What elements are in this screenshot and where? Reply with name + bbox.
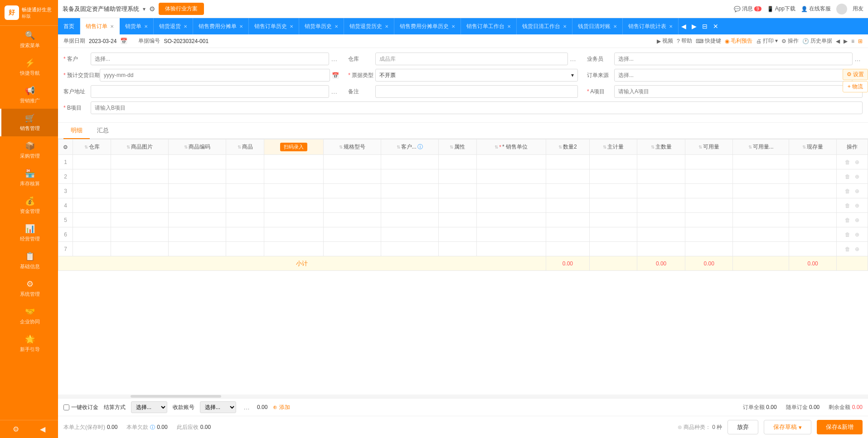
table-cell[interactable] xyxy=(637,184,685,198)
ticket-select[interactable]: 不开票 ▾ xyxy=(375,69,578,82)
table-cell[interactable] xyxy=(438,155,476,169)
sidebar-collapse-icon[interactable]: ◀ xyxy=(40,425,45,433)
calendar-icon[interactable]: 📅 xyxy=(120,38,127,44)
table-cell[interactable] xyxy=(169,184,226,198)
tab-close-sales-refund-history[interactable]: ✕ xyxy=(385,24,388,29)
sidebar-item-purchase[interactable]: 📦 采购管理 xyxy=(0,136,58,164)
table-cell[interactable] xyxy=(226,198,264,213)
table-cell[interactable] xyxy=(169,213,226,227)
table-cell[interactable] xyxy=(438,184,476,198)
th-main-qty[interactable]: ⇅ 主数量 xyxy=(637,140,685,155)
table-cell[interactable] xyxy=(169,227,226,242)
table-cell[interactable] xyxy=(546,155,589,169)
table-cell[interactable] xyxy=(226,155,264,169)
tab-sales-order-history[interactable]: 销售订单历史 ✕ xyxy=(249,18,299,34)
table-cell[interactable] xyxy=(789,227,837,242)
staff-more-icon[interactable]: … xyxy=(853,55,863,63)
table-cell[interactable] xyxy=(169,169,226,184)
table-cell[interactable] xyxy=(637,242,685,256)
table-cell[interactable] xyxy=(264,242,324,256)
profit-btn[interactable]: ◉ 毛利预告 xyxy=(725,37,752,45)
delivery-calendar-icon[interactable]: 📅 xyxy=(332,72,339,79)
th-product-image[interactable]: ⇅ 商品图片 xyxy=(111,140,169,155)
table-cell[interactable] xyxy=(381,184,438,198)
table-cell[interactable] xyxy=(637,155,685,169)
table-cell[interactable] xyxy=(323,184,381,198)
table-cell[interactable] xyxy=(111,169,169,184)
th-product[interactable]: ⇅ 商品 xyxy=(226,140,264,155)
account-more-icon[interactable]: … xyxy=(242,404,252,411)
tab-close-sales-return-history[interactable]: ✕ xyxy=(335,24,338,29)
row-copy-icon[interactable]: ⊕ xyxy=(855,159,859,165)
header-gear-icon[interactable]: ⚙ xyxy=(149,5,155,13)
th-current-stock[interactable]: ⇅ 现存量 xyxy=(789,140,837,155)
th-sales-unit[interactable]: ⇅ ** 销售单位 xyxy=(476,140,546,155)
sidebar-item-search[interactable]: 🔍 搜索菜单 xyxy=(0,26,58,53)
table-cell[interactable] xyxy=(381,227,438,242)
table-cell[interactable] xyxy=(264,198,324,213)
table-cell[interactable] xyxy=(111,184,169,198)
app-download-item[interactable]: 📱 App下载 xyxy=(767,5,795,13)
th-qty2[interactable]: ⇅ 数量2 xyxy=(546,140,589,155)
table-cell[interactable] xyxy=(789,169,837,184)
tab-sales-return-history[interactable]: 销货单历史 ✕ xyxy=(299,18,344,34)
table-cell[interactable] xyxy=(226,184,264,198)
table-cell[interactable] xyxy=(685,155,733,169)
table-cell[interactable] xyxy=(264,213,324,227)
tab-nav-more[interactable]: ⊟ xyxy=(699,18,710,34)
table-cell[interactable] xyxy=(111,213,169,227)
sidebar-item-basic-info[interactable]: 📋 基础信息 xyxy=(0,247,58,274)
tab-detail[interactable]: 明细 xyxy=(63,123,90,139)
table-cell[interactable] xyxy=(323,198,381,213)
tab-sales-order[interactable]: 销售订单 ✕ xyxy=(80,18,120,34)
toolbar-list-view[interactable]: ≡ xyxy=(851,38,854,44)
tab-close-sales-order[interactable]: ✕ xyxy=(110,24,114,29)
table-cell[interactable] xyxy=(733,227,789,242)
tab-close-sales-order-summary[interactable]: ✕ xyxy=(669,24,673,29)
table-cell[interactable] xyxy=(264,227,324,242)
tab-close-sales-refund[interactable]: ✕ xyxy=(184,24,187,29)
one-click-input[interactable] xyxy=(63,404,69,410)
sidebar-item-guide[interactable]: 🌟 新手引导 xyxy=(0,330,58,357)
note-input[interactable] xyxy=(375,85,578,98)
table-cell[interactable] xyxy=(169,155,226,169)
sidebar-item-operations[interactable]: 📊 经营管理 xyxy=(0,219,58,247)
table-cell[interactable] xyxy=(789,213,837,227)
user-name[interactable]: 用友 xyxy=(853,5,863,13)
row-copy-icon[interactable]: ⊕ xyxy=(855,188,859,194)
table-cell[interactable] xyxy=(476,227,546,242)
table-cell[interactable] xyxy=(589,213,637,227)
save-draft-button[interactable]: 保存草稿 ▾ xyxy=(764,420,811,434)
th-available[interactable]: ⇅ 可用量 xyxy=(685,140,733,155)
th-available2[interactable]: ⇅ 可用量... xyxy=(733,140,789,155)
customer-input[interactable] xyxy=(91,53,329,65)
address-input[interactable] xyxy=(91,85,329,98)
table-container[interactable]: ⚙ ⇅ 仓库 ⇅ 商品图片 ⇅ 商品编码 ⇅ 商品 扫码录入 ⇅ 规格型号 ⇅ … xyxy=(58,139,868,395)
table-cell[interactable] xyxy=(733,242,789,256)
row-copy-icon[interactable]: ⊕ xyxy=(855,246,859,252)
th-customer-code[interactable]: ⇅ 客户... ⓘ xyxy=(381,140,438,155)
table-cell[interactable] xyxy=(733,213,789,227)
sidebar-item-system[interactable]: ⚙ 系统管理 xyxy=(0,274,58,302)
account-select[interactable]: 选择... xyxy=(200,401,236,413)
online-service-item[interactable]: 👤 在线客服 xyxy=(801,5,831,13)
tab-sales-expense[interactable]: 销售费用分摊单 ✕ xyxy=(193,18,249,34)
table-cell[interactable] xyxy=(589,227,637,242)
table-cell[interactable] xyxy=(381,213,438,227)
order-source-input[interactable] xyxy=(614,69,853,82)
table-cell[interactable] xyxy=(476,169,546,184)
table-cell[interactable] xyxy=(381,169,438,184)
tab-summary[interactable]: 汇总 xyxy=(90,123,116,139)
table-cell[interactable] xyxy=(637,227,685,242)
table-cell[interactable] xyxy=(476,213,546,227)
tab-close-sales-expense[interactable]: ✕ xyxy=(239,24,243,29)
sidebar-item-quick-nav[interactable]: ⚡ 快捷导航 xyxy=(0,53,58,81)
tab-sales-order-workbench[interactable]: 销售订单工作台 ✕ xyxy=(461,18,517,34)
tab-close-sales-order-workbench[interactable]: ✕ xyxy=(507,24,511,29)
table-cell[interactable] xyxy=(637,169,685,184)
sidebar-item-finance[interactable]: 💰 资金管理 xyxy=(0,192,58,219)
shortcut-btn[interactable]: ⌨ 快捷键 xyxy=(696,37,721,45)
tab-sales-refund-history[interactable]: 销货退货历史 ✕ xyxy=(344,18,394,34)
table-cell[interactable] xyxy=(476,242,546,256)
tab-sales-expense-history[interactable]: 销售费用分摊单历史 ✕ xyxy=(394,18,461,34)
